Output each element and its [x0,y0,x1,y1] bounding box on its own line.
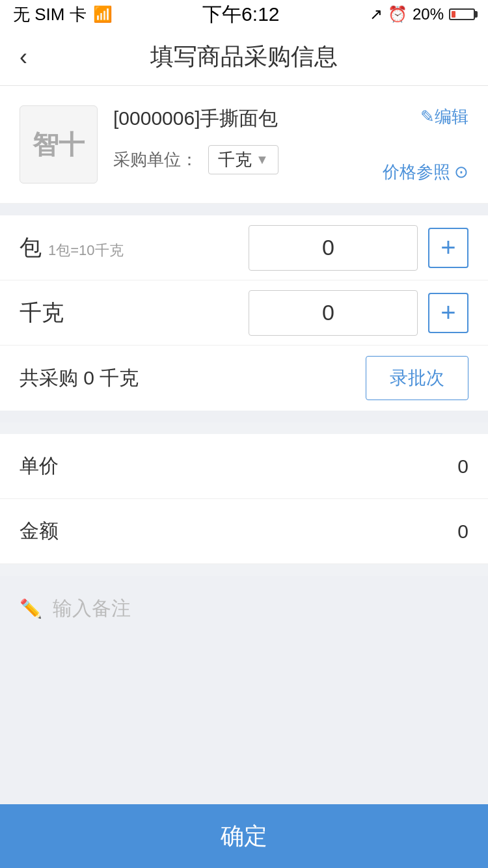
pack-sub-label: 1包=10千克 [48,241,124,260]
input-section: 包 1包=10千克 + 千克 + [0,215,488,346]
alarm-icon: ⏰ [388,5,407,23]
pencil-icon: ✏️ [20,598,42,619]
nav-bar: ‹ 填写商品采购信息 [0,29,488,86]
price-ref-label: 价格参照 [383,161,450,183]
amount-label: 金额 [20,518,59,545]
wifi-icon: 📶 [93,5,113,23]
unit-value: 千克 [218,148,252,171]
product-name: [0000006]手撕面包 [113,105,468,132]
kg-label: 千克 [20,298,111,328]
battery-percent: 20% [413,5,444,23]
kg-plus-button[interactable]: + [428,293,468,333]
unit-price-label: 单价 [20,453,59,480]
record-batch-button[interactable]: 录批次 [366,356,468,400]
status-left: 无 SIM 卡 📶 [13,3,113,26]
amount-value: 0 [457,521,468,543]
pack-row: 包 1包=10千克 + [0,215,488,280]
page-title: 填写商品采购信息 [150,41,338,73]
status-right: ↗ ⏰ 20% [370,5,475,23]
kg-input[interactable] [249,290,418,336]
unit-label: 采购单位： [113,148,198,171]
kg-input-wrap: + [111,290,468,336]
unit-price-value: 0 [457,455,468,478]
section-divider-2 [0,411,488,422]
product-logo: 智十 [33,127,85,163]
unit-dropdown[interactable]: 千克 ▼ [208,145,278,174]
pack-input-wrap: + [124,225,468,271]
help-icon: ⊙ [454,162,468,182]
dropdown-arrow-icon: ▼ [256,152,269,167]
status-bar: 无 SIM 卡 📶 下午6:12 ↗ ⏰ 20% [0,0,488,29]
back-button[interactable]: ‹ [20,44,27,71]
battery-icon [449,8,475,20]
unit-price-row: 单价 0 [0,434,488,499]
product-image: 智十 [20,105,98,183]
amount-row: 金额 0 [0,499,488,564]
location-icon: ↗ [370,5,383,23]
edit-button[interactable]: ✎编辑 [420,105,468,128]
note-section[interactable]: ✏️ 输入备注 [0,576,488,642]
carrier-label: 无 SIM 卡 [13,3,87,26]
section-divider-1 [0,204,488,215]
price-ref-button[interactable]: 价格参照 ⊙ [383,161,468,183]
kg-row: 千克 + [0,280,488,346]
product-card: 智十 [0000006]手撕面包 采购单位： 千克 ▼ ✎编辑 价格参照 ⊙ [0,86,488,204]
pack-plus-button[interactable]: + [428,228,468,268]
total-label: 共采购 0 千克 [20,365,139,392]
pack-input[interactable] [249,225,418,271]
pack-label: 包 1包=10千克 [20,233,124,263]
price-info-section: 单价 0 金额 0 [0,434,488,564]
confirm-button[interactable]: 确定 [0,804,488,868]
note-placeholder: 输入备注 [53,595,131,622]
total-row: 共采购 0 千克 录批次 [0,346,488,411]
time-label: 下午6:12 [202,1,279,28]
